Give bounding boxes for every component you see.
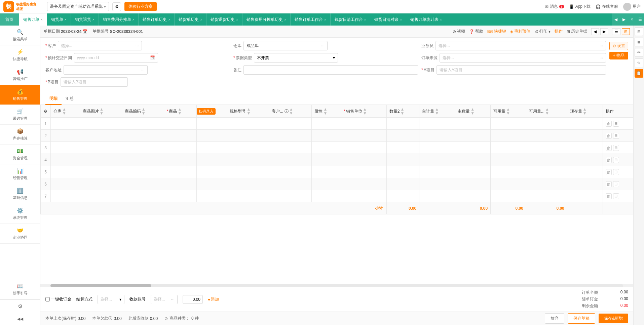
row-attribute-5[interactable] (312, 166, 341, 178)
row-code-7[interactable] (122, 190, 164, 202)
col-gear[interactable]: ⚙ (41, 105, 51, 118)
address-input[interactable]: ··· (64, 65, 148, 75)
sort-icon[interactable]: ▲▼ (178, 107, 182, 115)
tab-detail[interactable]: 明细 (45, 93, 62, 105)
right-icon-3[interactable]: ✏ (635, 48, 643, 57)
copy-row-icon[interactable]: ⊞ (613, 193, 619, 199)
tab-invoice-history[interactable]: 销货单历史 × (175, 13, 206, 26)
grid-view-button[interactable]: ⊞ (622, 28, 630, 35)
order-source-input[interactable]: 选择... ··· (440, 53, 606, 63)
row-qty2-4[interactable] (386, 154, 419, 166)
row-main-qty-5[interactable] (455, 166, 491, 178)
row-unit-1[interactable] (341, 118, 386, 130)
row-warehouse-1[interactable] (51, 118, 80, 130)
list-view-button[interactable]: ☰ (612, 28, 620, 35)
row-available-4[interactable] (491, 154, 526, 166)
scroll-track[interactable] (50, 284, 623, 287)
row-main-qty-6[interactable] (455, 178, 491, 190)
row-stock-7[interactable] (567, 190, 603, 202)
right-icon-4[interactable]: ☆ (635, 58, 643, 67)
toolbar-shortcut[interactable]: ⌨ 快捷键 (487, 29, 506, 34)
row-image-4[interactable] (80, 154, 122, 166)
sort-icon[interactable]: ▲▼ (323, 107, 327, 115)
save-new-button[interactable]: 保存&新增 (599, 314, 628, 323)
close-icon[interactable]: × (168, 18, 170, 22)
row-qty2-6[interactable] (386, 178, 419, 190)
copy-row-icon[interactable]: ⊞ (613, 181, 619, 187)
sidebar-item-basic[interactable]: ℹ️ 基础信息 (0, 184, 40, 204)
row-available2-6[interactable] (526, 178, 567, 190)
delete-row-icon[interactable]: 🗑 (606, 169, 612, 175)
row-customer-code-6[interactable] (269, 178, 312, 190)
close-icon[interactable]: × (364, 18, 366, 22)
row-image-3[interactable] (80, 142, 122, 154)
delivery-date-input[interactable]: yyyy-mm-dd 📅 (74, 53, 158, 63)
row-name-5[interactable] (164, 166, 196, 178)
sort-icon[interactable]: ▲▼ (100, 107, 104, 115)
next-record-button[interactable]: ▶ (600, 28, 608, 35)
row-main-unit-6[interactable] (419, 178, 455, 190)
toolbar-history[interactable]: ⊞ 历史单据 (567, 29, 587, 34)
row-main-unit-4[interactable] (419, 154, 455, 166)
row-code-6[interactable] (122, 178, 164, 190)
tab-home[interactable]: 首页 (0, 13, 19, 26)
sidebar-item-quicknav[interactable]: ⚡ 快捷导航 (0, 45, 40, 65)
warehouse-input[interactable]: 成品库 ··· (243, 41, 328, 50)
scroll-thumb[interactable] (50, 284, 151, 287)
right-icon-5[interactable]: 📋 (635, 69, 643, 78)
sort-icon[interactable]: ▲▼ (142, 107, 146, 115)
close-icon[interactable]: × (400, 18, 402, 22)
sidebar-item-operations[interactable]: 📊 经营管理 (0, 164, 40, 184)
row-available2-7[interactable] (526, 190, 567, 202)
row-unit-7[interactable] (341, 190, 386, 202)
row-warehouse-2[interactable] (51, 130, 80, 142)
row-name-7[interactable] (164, 190, 196, 202)
row-customer-code-5[interactable] (269, 166, 312, 178)
account-select[interactable]: 选择... ··· (151, 295, 178, 304)
row-spec-7[interactable] (227, 190, 269, 202)
row-unit-5[interactable] (341, 166, 386, 178)
close-icon[interactable]: × (236, 18, 238, 22)
invoice-select[interactable]: 不开票 ▾ (254, 53, 338, 63)
row-stock-6[interactable] (567, 178, 603, 190)
row-main-qty-7[interactable] (455, 190, 491, 202)
payment-method-select[interactable]: 选择... ▾ (98, 295, 124, 304)
sort-icon[interactable]: ▲▼ (435, 107, 439, 115)
tab-daily-workbench[interactable]: 钱货日清工作台 × (331, 13, 371, 26)
sidebar-item-collapse[interactable]: ◀◀ (0, 313, 40, 325)
row-scan-5[interactable] (197, 166, 227, 178)
tab-expense-history[interactable]: 销售费用分摊单历史 × (242, 13, 291, 26)
copy-row-icon[interactable]: ⊞ (613, 169, 619, 175)
row-main-qty-2[interactable] (455, 130, 491, 142)
row-scan-7[interactable] (197, 190, 227, 202)
nav-menu-button[interactable]: ☰ (636, 13, 644, 26)
project-b-input[interactable]: 请输入B项目 (61, 77, 128, 87)
row-available-2[interactable] (491, 130, 526, 142)
amount-input[interactable] (183, 295, 203, 304)
table-area[interactable]: ⚙ 仓库▲▼ 商品图片▲▼ 商品编码▲▼ *商品▲▼ (40, 105, 633, 284)
row-spec-3[interactable] (227, 142, 269, 154)
row-code-2[interactable] (122, 130, 164, 142)
row-customer-code-1[interactable] (269, 118, 312, 130)
row-scan-4[interactable] (197, 154, 227, 166)
row-warehouse-6[interactable] (51, 178, 80, 190)
row-spec-1[interactable] (227, 118, 269, 130)
row-qty2-5[interactable] (386, 166, 419, 178)
sort-icon[interactable]: ▲▼ (506, 107, 510, 115)
tab-summary[interactable]: 汇总 (62, 93, 78, 105)
project-a-input[interactable]: 请输入A项目 (437, 65, 606, 75)
sidebar-item-cooperation[interactable]: 🤝 企业协同 (0, 224, 40, 244)
row-available2-4[interactable] (526, 154, 567, 166)
settings-button[interactable]: ⚙ 设置 (609, 42, 628, 50)
sidebar-item-config[interactable]: ⚙ (0, 299, 40, 313)
row-attribute-6[interactable] (312, 178, 341, 190)
sidebar-item-purchase[interactable]: 🛒 采购管理 (0, 105, 40, 125)
right-icon-2[interactable]: ⊠ (635, 38, 643, 46)
close-icon[interactable]: × (284, 18, 286, 22)
row-main-unit-5[interactable] (419, 166, 455, 178)
tab-sales-expense[interactable]: 销售费用分摊单 × (99, 13, 139, 26)
row-image-2[interactable] (80, 130, 122, 142)
row-unit-2[interactable] (341, 130, 386, 142)
toolbar-view[interactable]: ⊙ 视频 (453, 29, 465, 34)
row-main-qty-1[interactable] (455, 118, 491, 130)
